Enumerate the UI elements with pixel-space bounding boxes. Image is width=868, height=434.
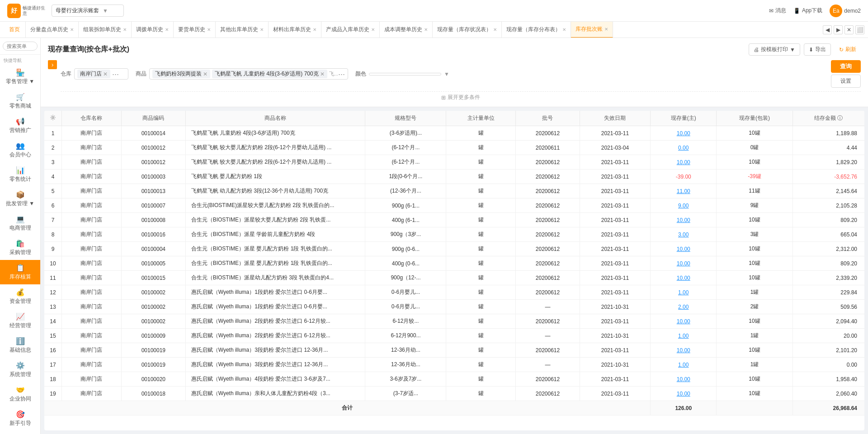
tab-close-pi-ci[interactable]: ✕ xyxy=(604,27,608,32)
settings-btn[interactable]: 设置 xyxy=(831,75,861,88)
cell-qty-main[interactable]: 10.00 xyxy=(651,314,717,329)
expand-conditions-btn[interactable]: ⊞ 展开更多条件 xyxy=(61,91,861,103)
cell-no: 15 xyxy=(44,329,62,343)
tab-yao-huo[interactable]: 要货单历史 ✕ xyxy=(174,22,216,38)
message-icon: ✉ xyxy=(769,8,774,14)
tab-xian-cun-2[interactable]: 现存量（库存分布表） ✕ xyxy=(502,22,571,38)
sidebar-item-wholesale[interactable]: 📦 批发管理 ▼ xyxy=(0,187,40,211)
template-print-btn[interactable]: 🖨 按模板打印 ▼ xyxy=(749,43,800,56)
cell-qty-main[interactable]: 1.00 xyxy=(651,329,717,343)
industry-selector[interactable]: 母婴行业演示账套 ▼ xyxy=(52,5,124,17)
color-label: 颜色 xyxy=(355,70,366,78)
goods-input[interactable]: 飞鹤奶粉3段两提装 ✕ 飞鹤星飞帆 儿童奶粉 4段(3-6岁适用) 700克 ✕… xyxy=(149,68,348,80)
sidebar-item-purchase[interactable]: 🛍️ 采购管理 xyxy=(0,236,40,260)
sidebar-item-inventory[interactable]: 📋 库存核算 xyxy=(0,260,40,284)
goods-tag-2-remove[interactable]: ✕ xyxy=(320,71,325,77)
search-input[interactable] xyxy=(3,42,38,51)
tab-close-zu-chai[interactable]: ✕ xyxy=(123,27,127,32)
cell-qty-main[interactable]: 10.00 xyxy=(651,213,717,227)
tab-home[interactable]: 首页 xyxy=(4,22,26,38)
cell-no: 18 xyxy=(44,372,62,387)
tab-diao-bo[interactable]: 调拨单历史 ✕ xyxy=(132,22,174,38)
tab-close-qi-ta[interactable]: ✕ xyxy=(260,27,264,32)
tab-close-cai-liao[interactable]: ✕ xyxy=(313,27,316,32)
cell-qty-main[interactable]: 3.00 xyxy=(651,227,717,242)
cell-qty-main[interactable]: 0.00 xyxy=(651,141,717,155)
tab-fen-pan[interactable]: 分量盘点单历史 ✕ xyxy=(26,22,79,38)
goods-more-btn[interactable]: ··· xyxy=(338,70,345,78)
cell-qty-main[interactable]: 10.00 xyxy=(651,126,717,141)
logo-icon: 好 xyxy=(7,4,21,18)
cell-qty-main[interactable]: 10.00 xyxy=(651,387,717,401)
refresh-btn[interactable]: ↻ 刷新 xyxy=(835,44,861,55)
tab-prev-btn[interactable]: ◀ xyxy=(823,25,832,34)
tab-zu-chai[interactable]: 组装拆卸单历史 ✕ xyxy=(79,22,132,38)
tab-chan-pin[interactable]: 产成品入库单历史 ✕ xyxy=(321,22,380,38)
tab-close-chan-pin[interactable]: ✕ xyxy=(371,27,375,32)
cell-qty-main[interactable]: 9.00 xyxy=(651,198,717,213)
cell-code: 00100002 xyxy=(121,285,185,300)
tab-qi-ta[interactable]: 其他出库单历史 ✕ xyxy=(216,22,269,38)
cell-qty-main[interactable]: 1.00 xyxy=(651,358,717,372)
tab-xian-cun-1[interactable]: 现存量（库存状况表） ✕ xyxy=(433,22,502,38)
color-input[interactable] xyxy=(369,73,441,75)
cell-unit: 罐 xyxy=(446,126,516,141)
tab-nav-btns: ◀ ▶ ✕ ⬜ xyxy=(823,25,864,34)
message-btn[interactable]: ✉ 消息 xyxy=(769,7,786,14)
query-btn[interactable]: 查询 xyxy=(831,60,861,73)
warehouse-input[interactable]: 南岸门店 ✕ ··· xyxy=(74,68,128,80)
tab-close-xian-cun-1[interactable]: ✕ xyxy=(493,27,497,32)
cell-batch: 20200611 xyxy=(516,141,580,155)
sidebar-item-marketing[interactable]: 📢 营销推广 xyxy=(0,113,40,138)
app-download-label: App下载 xyxy=(802,7,822,14)
warehouse-more-btn[interactable]: ··· xyxy=(112,70,119,78)
user-area[interactable]: Ea demo2 xyxy=(830,5,861,17)
tab-close-yao-huo[interactable]: ✕ xyxy=(207,27,211,32)
cell-qty-main[interactable]: 11.00 xyxy=(651,184,717,198)
sidebar-item-new-guide[interactable]: 🎯 新手引导 xyxy=(0,406,40,431)
tab-next-btn[interactable]: ▶ xyxy=(834,25,843,34)
tab-close-xian-cun-2[interactable]: ✕ xyxy=(562,27,566,32)
cell-qty-main[interactable]: 10.00 xyxy=(651,242,717,256)
cell-qty-main[interactable]: 10.00 xyxy=(651,256,717,271)
sidebar-item-retail-stats[interactable]: 📊 零售统计 xyxy=(0,162,40,187)
cell-qty-main[interactable]: 10.00 xyxy=(651,372,717,387)
cell-expire: 2021-03-11 xyxy=(580,155,650,170)
warehouse-tag-remove[interactable]: ✕ xyxy=(103,71,108,77)
tab-close-all-btn[interactable]: ✕ xyxy=(844,25,854,34)
expand-filter-btn[interactable]: › xyxy=(48,60,57,69)
sidebar-item-enterprise[interactable]: 🤝 企业协同 xyxy=(0,382,40,406)
sidebar-item-retail-mgmt[interactable]: 🏪 零售管理 ▼ xyxy=(0,65,40,89)
goods-tag-1-remove[interactable]: ✕ xyxy=(203,71,208,77)
sidebar-item-member[interactable]: 👥 会员中心 xyxy=(0,138,40,162)
sidebar-item-operation[interactable]: 📈 经营管理 xyxy=(0,309,40,333)
col-settings-icon[interactable] xyxy=(44,111,62,126)
app-download-btn[interactable]: 📱 App下载 xyxy=(793,7,822,14)
col-warehouse: 仓库名称 xyxy=(62,111,122,126)
industry-arrow: ▼ xyxy=(103,8,108,14)
tab-close-cheng-ben[interactable]: ✕ xyxy=(424,27,428,32)
tab-pi-ci[interactable]: 库存批次账 ✕ xyxy=(571,22,613,38)
tab-close-diao-bo[interactable]: ✕ xyxy=(165,27,169,32)
sidebar-item-sys-mgmt[interactable]: ⚙️ 系统管理 xyxy=(0,358,40,382)
cell-qty-main[interactable]: 10.00 xyxy=(651,343,717,358)
cell-qty-pkg: -39罐 xyxy=(717,170,793,184)
cell-qty-main[interactable]: 10.00 xyxy=(651,271,717,285)
color-dropdown-arrow[interactable]: ▼ xyxy=(444,71,449,77)
cell-qty-main[interactable]: 1.00 xyxy=(651,285,717,300)
cell-code: 00100004 xyxy=(121,242,185,256)
cell-qty-main[interactable]: -39.00 xyxy=(651,170,717,184)
tab-close-fen-pan[interactable]: ✕ xyxy=(70,27,74,32)
sidebar-item-ecommerce[interactable]: 💻 电商管理 xyxy=(0,211,40,236)
sidebar-item-basic-info[interactable]: ℹ️ 基础信息 xyxy=(0,333,40,358)
export-btn[interactable]: ⬇ 导出 xyxy=(804,43,831,56)
sidebar-item-retail-shop[interactable]: 🛒 零售商城 xyxy=(0,89,40,113)
tab-cheng-ben[interactable]: 成本调整单历史 ✕ xyxy=(380,22,433,38)
sidebar-label-ecommerce: 电商管理 xyxy=(9,224,31,232)
tab-cai-liao[interactable]: 材料出库单历史 ✕ xyxy=(269,22,321,38)
sidebar-item-finance[interactable]: 💰 资金管理 xyxy=(0,284,40,309)
cell-qty-main[interactable]: 10.00 xyxy=(651,155,717,170)
tab-more-btn[interactable]: ⬜ xyxy=(855,25,864,34)
cell-qty-main[interactable]: 2.00 xyxy=(651,300,717,314)
sidebar-item-app-center[interactable]: 📱 应用中心 xyxy=(0,431,40,434)
